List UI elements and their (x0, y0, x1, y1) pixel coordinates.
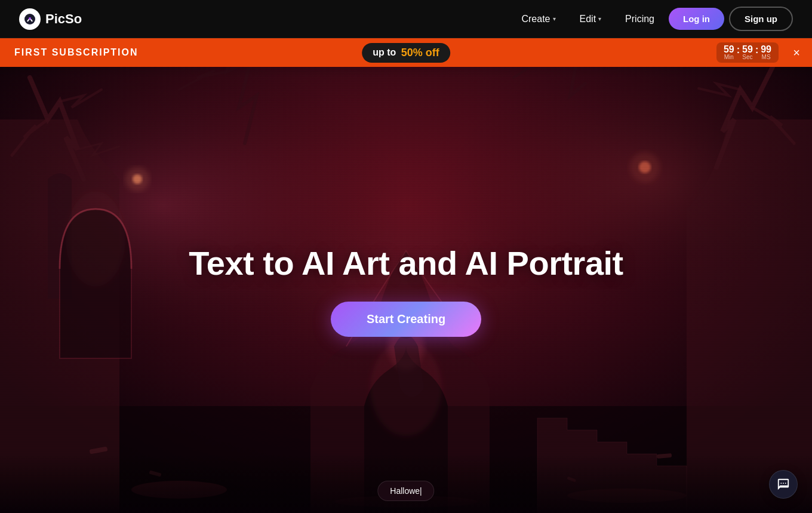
hero-content: Text to AI Art and AI Portrait Start Cre… (0, 0, 812, 513)
hero-title: Text to AI Art and AI Portrait (189, 244, 623, 282)
logo-area: PicSo (19, 8, 82, 30)
timer-ms-label: MS (762, 54, 771, 60)
svg-point-27 (785, 483, 786, 484)
nav-right: Create ▾ Edit ▾ Pricing Log in Sign up (512, 7, 793, 31)
navbar: PicSo Create ▾ Edit ▾ Pricing Log in Sig… (0, 0, 812, 38)
bottom-label-text: Hallowe| (390, 486, 422, 496)
svg-point-25 (780, 483, 782, 484)
hero-section: Text to AI Art and AI Portrait Start Cre… (0, 0, 812, 513)
timer-min: 59 (724, 45, 734, 54)
promo-close-button[interactable]: × (793, 47, 800, 59)
chevron-down-icon: ▾ (553, 16, 556, 22)
bottom-scene-label: Hallowe| (377, 481, 434, 501)
chat-icon (777, 478, 790, 491)
promo-badge-prefix: up to (373, 47, 399, 58)
nav-pricing[interactable]: Pricing (616, 9, 664, 29)
timer-sep-2: : (755, 45, 758, 56)
promo-badge-highlight: 50% off (401, 47, 439, 59)
promo-badge[interactable]: up to 50% off (362, 43, 450, 63)
timer-sep-1: : (737, 45, 740, 56)
timer-ms-block: 99 MS (761, 45, 771, 60)
svg-point-26 (783, 483, 784, 484)
chat-widget-button[interactable] (769, 470, 798, 499)
promo-text: FIRST SUBSCRIPTION (14, 47, 139, 58)
chevron-down-icon: ▾ (598, 16, 601, 22)
promo-timer: 59 Min : 59 Sec : 99 MS (716, 42, 779, 63)
timer-min-block: 59 Min (724, 45, 734, 60)
timer-sec: 59 (742, 45, 753, 54)
logo-icon (19, 8, 41, 30)
logo-text: PicSo (45, 11, 82, 27)
timer-sec-label: Sec (742, 54, 752, 60)
start-creating-button[interactable]: Start Creating (331, 302, 481, 337)
nav-edit[interactable]: Edit ▾ (570, 9, 611, 29)
timer-min-label: Min (724, 54, 734, 60)
nav-create[interactable]: Create ▾ (512, 9, 565, 29)
timer-ms: 99 (761, 45, 771, 54)
svg-point-1 (29, 17, 31, 20)
signup-button[interactable]: Sign up (729, 7, 793, 31)
timer-sec-block: 59 Sec (742, 45, 753, 60)
login-button[interactable]: Log in (669, 8, 724, 30)
promo-banner: FIRST SUBSCRIPTION up to 50% off 59 Min … (0, 38, 812, 67)
